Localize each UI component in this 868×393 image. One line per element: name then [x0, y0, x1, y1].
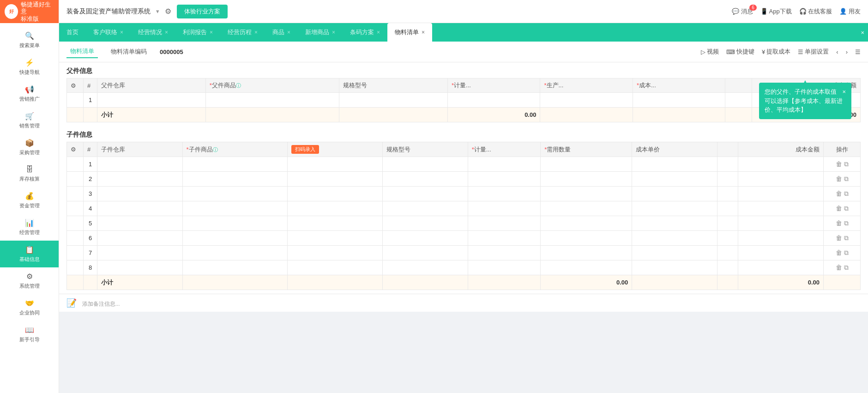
- child-td-unit-cost[interactable]: [632, 157, 717, 172]
- tab-barcode[interactable]: 条码方案 ×: [343, 23, 387, 42]
- copy-icon[interactable]: ⧉: [844, 264, 849, 272]
- child-td-spec[interactable]: [383, 157, 468, 172]
- sidebar-item-inventory[interactable]: 🗄库存核算: [0, 161, 59, 187]
- tabs-close-all[interactable]: ×: [861, 29, 868, 36]
- child-td-unit-cost[interactable]: [632, 172, 717, 187]
- child-td-unit-cost[interactable]: [632, 201, 717, 216]
- sidebar-item-sales[interactable]: 🛒销售管理: [0, 107, 59, 134]
- delete-icon[interactable]: 🗑: [836, 160, 842, 168]
- copy-icon[interactable]: ⧉: [844, 205, 849, 212]
- child-td-qty[interactable]: [541, 260, 632, 275]
- gear-icon[interactable]: ⚙: [71, 82, 76, 89]
- child-td-spec[interactable]: [383, 187, 468, 201]
- settings-icon[interactable]: ⚙: [165, 7, 171, 16]
- copy-icon[interactable]: ⧉: [844, 160, 849, 168]
- td-parent-cost[interactable]: [633, 93, 725, 108]
- sidebar-item-basic[interactable]: 📋基础信息: [0, 241, 59, 267]
- delete-icon[interactable]: 🗑: [836, 249, 842, 257]
- td-parent-spec[interactable]: [339, 93, 448, 108]
- child-td-warehouse[interactable]: [97, 157, 183, 172]
- child-td-warehouse[interactable]: [97, 246, 183, 260]
- sub-tab-bom[interactable]: 物料清单: [66, 45, 98, 58]
- child-td-spec[interactable]: [383, 246, 468, 260]
- child-gear-icon[interactable]: ⚙: [71, 146, 76, 153]
- tab-new_goods[interactable]: 新增商品 ×: [298, 23, 343, 42]
- sidebar-item-purchase[interactable]: 📦采购管理: [0, 134, 59, 161]
- child-td-product[interactable]: [182, 260, 288, 275]
- copy-icon[interactable]: ⧉: [844, 219, 849, 227]
- child-td-qty[interactable]: [541, 187, 632, 201]
- child-td-unit-cost[interactable]: [632, 246, 717, 260]
- child-td-spec[interactable]: [383, 172, 468, 187]
- child-td-unit-cost[interactable]: [632, 216, 717, 231]
- child-td-unit[interactable]: [468, 157, 541, 172]
- child-td-warehouse[interactable]: [97, 260, 183, 275]
- nav-prev[interactable]: ‹: [836, 48, 838, 55]
- sidebar-item-system[interactable]: ⚙系统管理: [0, 267, 59, 294]
- app-download[interactable]: 📱 App下载: [760, 7, 792, 16]
- tab-close-goods[interactable]: ×: [287, 29, 290, 36]
- scan-button[interactable]: 扫码录入: [291, 145, 319, 154]
- nav-next[interactable]: ›: [846, 48, 848, 55]
- tab-close-barcode[interactable]: ×: [377, 29, 380, 36]
- tab-close-new_goods[interactable]: ×: [332, 29, 335, 36]
- online-service[interactable]: 🎧 在线客服: [799, 7, 832, 16]
- child-td-qty[interactable]: [541, 246, 632, 260]
- copy-icon[interactable]: ⧉: [844, 249, 849, 257]
- delete-icon[interactable]: 🗑: [836, 190, 842, 198]
- copy-icon[interactable]: ⧉: [844, 190, 849, 198]
- child-td-unit[interactable]: [468, 216, 541, 231]
- tab-goods[interactable]: 商品 ×: [265, 23, 298, 42]
- user-menu[interactable]: 👤 用友: [839, 7, 861, 16]
- tab-close-operations[interactable]: ×: [165, 29, 168, 36]
- child-td-qty[interactable]: [541, 201, 632, 216]
- child-td-warehouse[interactable]: [97, 201, 183, 216]
- child-td-warehouse[interactable]: [97, 231, 183, 246]
- delete-icon[interactable]: 🗑: [836, 205, 842, 212]
- tooltip-close[interactable]: ×: [842, 87, 846, 97]
- child-td-unit[interactable]: [468, 246, 541, 260]
- tab-close-history[interactable]: ×: [254, 29, 258, 36]
- sidebar-item-operations[interactable]: 📊经营管理: [0, 214, 59, 241]
- child-td-unit[interactable]: [468, 172, 541, 187]
- td-parent-product[interactable]: [205, 93, 339, 108]
- child-td-spec[interactable]: [383, 231, 468, 246]
- tab-close-profit[interactable]: ×: [210, 29, 213, 36]
- child-td-unit-cost[interactable]: [632, 187, 717, 201]
- sidebar-item-enterprise[interactable]: 🤝企业协同: [0, 294, 59, 321]
- child-td-warehouse[interactable]: [97, 216, 183, 231]
- sub-tab-code[interactable]: 物料清单编码: [107, 46, 151, 58]
- child-td-unit-cost[interactable]: [632, 260, 717, 275]
- trial-button[interactable]: 体验行业方案: [177, 5, 228, 18]
- child-td-spec[interactable]: [383, 216, 468, 231]
- child-td-unit[interactable]: [468, 260, 541, 275]
- child-td-product[interactable]: [182, 201, 288, 216]
- action-single-settings[interactable]: ☰ 单据设置: [798, 48, 829, 56]
- delete-icon[interactable]: 🗑: [836, 264, 842, 272]
- delete-icon[interactable]: 🗑: [836, 175, 842, 183]
- tab-customer[interactable]: 客户联络 ×: [86, 23, 131, 42]
- child-td-product[interactable]: [182, 246, 288, 260]
- sidebar-item-guide[interactable]: 📖新手引导: [0, 321, 59, 348]
- child-td-product[interactable]: [182, 157, 288, 172]
- child-td-unit[interactable]: [468, 187, 541, 201]
- action-video[interactable]: ▷ 视频: [701, 48, 719, 56]
- child-td-product[interactable]: [182, 187, 288, 201]
- td-parent-unit[interactable]: [448, 93, 540, 108]
- child-td-unit[interactable]: [468, 201, 541, 216]
- tab-bom[interactable]: 物料清单 ×: [387, 23, 432, 42]
- tab-home[interactable]: 首页: [59, 23, 86, 42]
- tab-operations[interactable]: 经营情况 ×: [131, 23, 175, 42]
- delete-icon[interactable]: 🗑: [836, 219, 842, 227]
- tab-history[interactable]: 经营历程 ×: [220, 23, 265, 42]
- child-td-spec[interactable]: [383, 260, 468, 275]
- child-td-product[interactable]: [182, 172, 288, 187]
- copy-icon[interactable]: ⧉: [844, 175, 849, 183]
- sidebar-item-quicknav[interactable]: ⚡快捷导航: [0, 54, 59, 80]
- child-td-qty[interactable]: [541, 231, 632, 246]
- sidebar-item-finance[interactable]: 💰资金管理: [0, 187, 59, 214]
- action-shortcut[interactable]: ⌨ 快捷键: [726, 48, 754, 56]
- td-parent-production[interactable]: [540, 93, 633, 108]
- child-td-product[interactable]: [182, 231, 288, 246]
- td-parent-warehouse[interactable]: [97, 93, 206, 108]
